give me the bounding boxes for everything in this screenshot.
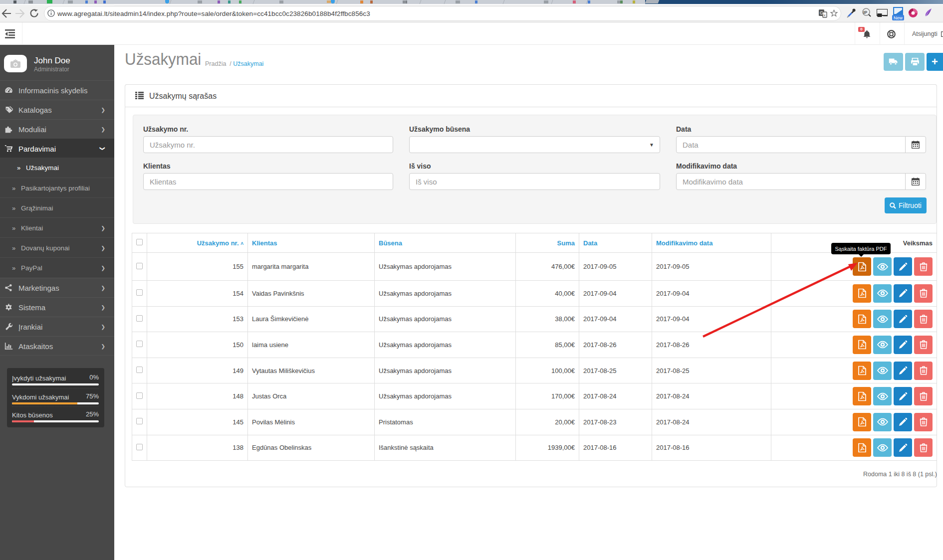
svg-text:G: G: [820, 10, 823, 15]
svg-text:x: x: [824, 13, 826, 17]
svg-text:IP: IP: [863, 10, 867, 15]
